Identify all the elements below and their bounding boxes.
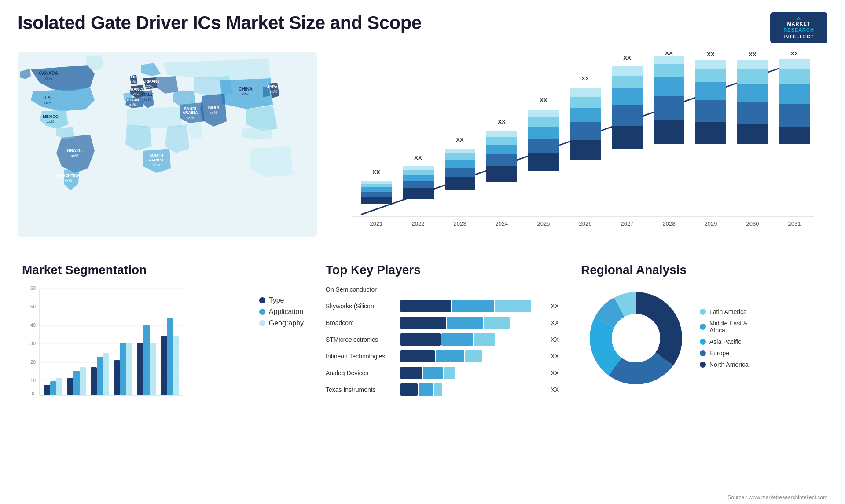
segmentation-chart: 60 50 40 30 20 10 0 xyxy=(22,283,250,399)
svg-text:2026: 2026 xyxy=(579,220,592,227)
logo-icon xyxy=(791,16,807,21)
dot-na xyxy=(700,362,706,368)
player-bars-6 xyxy=(400,383,544,396)
svg-rect-81 xyxy=(612,88,643,105)
bar-seg-2c xyxy=(484,317,510,329)
bar-seg-4a xyxy=(400,350,435,362)
donut-chart-svg xyxy=(581,283,691,393)
player-name-2: Broadcom xyxy=(326,319,396,326)
svg-text:XX: XX xyxy=(372,169,380,175)
player-xx-6: XX xyxy=(551,386,559,393)
svg-rect-104 xyxy=(737,60,768,69)
player-name-1: Skyworks (Silicon xyxy=(326,303,396,310)
bar-seg-4c xyxy=(465,350,482,362)
bar-seg-1a xyxy=(400,300,451,312)
svg-rect-88 xyxy=(654,77,684,96)
bottom-left: Market Segmentation 60 50 40 30 20 10 0 xyxy=(13,259,312,503)
svg-rect-82 xyxy=(612,76,643,88)
player-bars-1 xyxy=(400,300,544,312)
legend-dot-application xyxy=(259,309,265,315)
svg-rect-148 xyxy=(150,343,156,395)
player-name-6: Texas Instruments xyxy=(326,386,396,393)
svg-text:20: 20 xyxy=(30,359,36,365)
svg-text:MEXICO: MEXICO xyxy=(43,114,59,119)
legend-dot-type xyxy=(259,297,265,303)
svg-text:30: 30 xyxy=(30,341,36,346)
dot-mea xyxy=(700,324,706,330)
svg-rect-136 xyxy=(80,367,86,395)
bar-seg-5a xyxy=(400,367,422,379)
bar-seg-3a xyxy=(400,333,441,346)
player-row-4: Infineon Technologies XX xyxy=(326,350,559,362)
svg-rect-52 xyxy=(445,168,475,177)
svg-text:xx%: xx% xyxy=(44,101,51,105)
svg-rect-102 xyxy=(737,84,768,102)
bar-seg-5c xyxy=(444,367,455,379)
svg-text:XX: XX xyxy=(707,52,715,58)
svg-rect-109 xyxy=(779,84,810,104)
svg-text:xx%: xx% xyxy=(47,119,54,124)
svg-text:CANADA: CANADA xyxy=(39,71,58,76)
logo-box: MARKET RESEARCH INTELLECT xyxy=(770,12,827,43)
svg-rect-72 xyxy=(570,140,601,160)
svg-text:xx%: xx% xyxy=(132,92,140,96)
svg-rect-147 xyxy=(143,325,150,395)
bar-seg-3c xyxy=(474,333,496,346)
svg-rect-67 xyxy=(528,127,559,139)
dot-latin xyxy=(700,309,706,315)
label-europe: Europe xyxy=(709,350,729,357)
svg-text:SPAIN: SPAIN xyxy=(127,98,139,102)
svg-rect-93 xyxy=(695,122,726,144)
source-text: Source : www.marketresearchintellect.com xyxy=(727,494,827,500)
bottom-middle: Top Key Players On Semiconductor Skywork… xyxy=(312,259,832,503)
map-section: CANADA xx% U.S. xx% MEXICO xx% BRAZIL xx… xyxy=(13,47,312,259)
svg-text:40: 40 xyxy=(30,322,36,328)
player-xx-3: XX xyxy=(551,336,559,343)
svg-rect-80 xyxy=(612,105,643,126)
legend-item-geography: Geography xyxy=(259,319,304,327)
player-row-6: Texas Instruments XX xyxy=(326,383,559,396)
svg-rect-87 xyxy=(654,96,684,120)
bar-chart-wrapper: XX 2021 XX 2022 XX 2023 xyxy=(321,52,823,237)
svg-text:ARABIA: ARABIA xyxy=(183,110,198,115)
player-row-2: Broadcom XX xyxy=(326,317,559,329)
growth-chart-svg: XX 2021 XX 2022 XX 2023 xyxy=(330,52,823,237)
svg-rect-107 xyxy=(779,127,810,144)
svg-rect-79 xyxy=(612,126,643,149)
svg-rect-39 xyxy=(361,187,392,192)
player-bars-5 xyxy=(400,367,544,379)
world-map-container: CANADA xx% U.S. xx% MEXICO xx% BRAZIL xx… xyxy=(18,52,308,237)
regional-legend-apac: Asia Pacific xyxy=(700,338,749,345)
svg-text:CHINA: CHINA xyxy=(239,87,253,91)
svg-text:AFRICA: AFRICA xyxy=(149,158,164,162)
svg-rect-94 xyxy=(695,100,726,122)
player-xx-1: XX xyxy=(551,303,559,310)
svg-rect-68 xyxy=(528,117,559,127)
svg-rect-135 xyxy=(73,371,80,395)
svg-text:10: 10 xyxy=(30,378,36,383)
svg-rect-75 xyxy=(570,97,601,108)
svg-rect-59 xyxy=(486,154,517,166)
svg-text:ITALY: ITALY xyxy=(142,92,153,97)
svg-text:xx%: xx% xyxy=(146,84,153,88)
svg-rect-46 xyxy=(403,175,434,181)
svg-text:xx%: xx% xyxy=(44,76,52,80)
legend-item-type: Type xyxy=(259,296,304,304)
regional-legend: Latin America Middle East &Africa Asia P… xyxy=(700,308,749,368)
svg-rect-60 xyxy=(486,145,517,154)
svg-text:xx%: xx% xyxy=(209,110,217,115)
svg-text:50: 50 xyxy=(30,304,36,309)
bar-seg-6c xyxy=(434,383,443,396)
player-name-0: On Semiconductor xyxy=(326,286,396,293)
svg-text:XX: XX xyxy=(456,136,464,143)
key-players-title: Top Key Players xyxy=(326,263,559,277)
svg-rect-95 xyxy=(695,82,726,100)
logo-text-line3: INTELLECT xyxy=(783,33,814,40)
svg-text:xx%: xx% xyxy=(71,153,78,158)
logo-text-line2: RESEARCH xyxy=(783,27,814,33)
bar-seg-2a xyxy=(400,317,446,329)
svg-rect-111 xyxy=(779,59,810,69)
seg-legend: Type Application Geography xyxy=(259,296,304,327)
key-players-section: Top Key Players On Semiconductor Skywork… xyxy=(312,259,572,503)
player-name-5: Analog Devices xyxy=(326,369,396,376)
